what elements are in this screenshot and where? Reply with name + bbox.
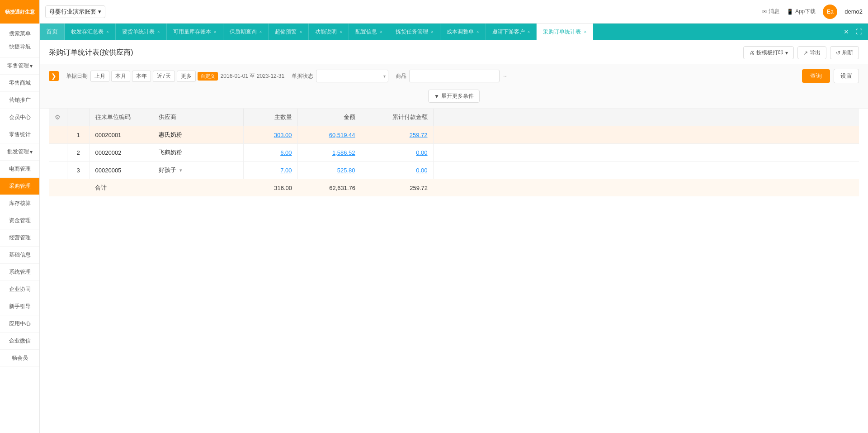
tab-invite-customer[interactable]: 邀请下游客户 × bbox=[486, 24, 537, 40]
tab-close-icon[interactable]: × bbox=[259, 29, 262, 34]
sidebar-item-app-center[interactable]: 应用中心 bbox=[0, 315, 39, 333]
search-menu-item[interactable]: 搜索菜单 bbox=[3, 27, 37, 40]
sidebar-item-member[interactable]: 会员中心 bbox=[0, 109, 39, 126]
account-dropdown[interactable]: 母婴行业演示账套 ▾ bbox=[45, 5, 105, 18]
tab-expiry-query[interactable]: 保质期查询 × bbox=[223, 24, 269, 40]
amount-link[interactable]: 525.80 bbox=[337, 167, 355, 174]
goods-more-icon[interactable]: ··· bbox=[503, 73, 508, 79]
date-this-month-btn[interactable]: 本月 bbox=[111, 71, 130, 82]
query-button[interactable]: 查询 bbox=[802, 69, 830, 83]
tab-close-icon[interactable]: × bbox=[584, 29, 586, 34]
amount-link[interactable]: 1,586.52 bbox=[332, 149, 355, 156]
tab-home[interactable]: 首页 bbox=[40, 24, 65, 40]
row-no-cell: 3 bbox=[67, 162, 90, 179]
sidebar-item-label: 零售统计 bbox=[9, 131, 31, 138]
tab-close-icon[interactable]: × bbox=[380, 29, 382, 34]
table-body: 1 00020001 惠氏奶粉 303.00 60,519.44 259.72 bbox=[49, 126, 859, 179]
sidebar-item-wholesale[interactable]: 批发管理 ▾ bbox=[0, 143, 39, 161]
row-check-cell bbox=[49, 126, 67, 144]
tab-close-icon[interactable]: × bbox=[106, 29, 109, 34]
tab-cost-adjust[interactable]: 成本调整单 × bbox=[440, 24, 486, 40]
qty-link[interactable]: 303.00 bbox=[274, 132, 292, 138]
message-btn[interactable]: ✉ 消息 bbox=[762, 8, 779, 15]
sidebar-item-basic-info[interactable]: 基础信息 bbox=[0, 247, 39, 264]
sidebar-item-ecommerce[interactable]: 电商管理 bbox=[0, 161, 39, 178]
tab-purchase-summary[interactable]: 采购订单统计表 × bbox=[537, 24, 593, 40]
quick-nav-item[interactable]: 快捷导航 bbox=[3, 40, 37, 53]
tabbar-right: ✕ ⛶ bbox=[841, 26, 868, 37]
paid-link[interactable]: 259.72 bbox=[410, 132, 428, 138]
status-select[interactable] bbox=[316, 70, 388, 82]
tab-close-icon[interactable]: × bbox=[299, 29, 302, 34]
paid-link[interactable]: 0.00 bbox=[416, 167, 427, 174]
date-last-month-btn[interactable]: 上月 bbox=[90, 71, 109, 82]
sidebar-item-enterprise-wx[interactable]: 企业微信 bbox=[0, 333, 39, 350]
sidebar-item-operations[interactable]: 经营管理 bbox=[0, 229, 39, 247]
row-code-cell: 00020005 bbox=[90, 162, 153, 179]
refresh-button[interactable]: ↺ 刷新 bbox=[830, 46, 859, 59]
tab-close-icon[interactable]: × bbox=[340, 29, 342, 34]
tab-receive-summary[interactable]: 收发存汇总表 × bbox=[65, 24, 116, 40]
tab-close-icon[interactable]: × bbox=[476, 29, 479, 34]
sidebar-item-label: 企业微信 bbox=[9, 338, 31, 344]
tab-label: 超储预警 bbox=[275, 28, 297, 36]
supplier-name: 好孩子 bbox=[159, 167, 176, 173]
tab-available-stock[interactable]: 可用量库存账本 × bbox=[167, 24, 223, 40]
sidebar-item-membership[interactable]: 畅会员 bbox=[0, 350, 39, 367]
tab-close-icon[interactable]: × bbox=[431, 29, 434, 34]
tab-close-icon[interactable]: × bbox=[528, 29, 530, 34]
tab-overstock-alert[interactable]: 超储预警 × bbox=[269, 24, 309, 40]
tab-function-desc[interactable]: 功能说明 × bbox=[309, 24, 349, 40]
topbar: 母婴行业演示账套 ▾ ✉ 消息 📱 App下载 Ea demo2 bbox=[40, 0, 868, 24]
sidebar-item-label: 新手引导 bbox=[9, 303, 31, 309]
expand-icon: ▼ bbox=[434, 93, 439, 100]
expand-supplier-icon[interactable]: ▾ bbox=[179, 167, 182, 173]
footer-qty-cell: 316.00 bbox=[243, 179, 297, 197]
row-no-cell: 2 bbox=[67, 144, 90, 162]
tab-close-icon[interactable]: × bbox=[157, 29, 160, 34]
message-label: 消息 bbox=[769, 8, 779, 15]
sidebar-item-label: 畅会员 bbox=[12, 355, 28, 361]
date-range-text: 2016-01-01 至 2023-12-31 bbox=[221, 72, 284, 80]
expand-more-btn[interactable]: ▼ 展开更多条件 bbox=[428, 90, 480, 103]
sidebar-item-retail-mall[interactable]: 零售商城 bbox=[0, 75, 39, 92]
user-avatar[interactable]: Ea bbox=[823, 5, 837, 19]
phone-icon: 📱 bbox=[787, 9, 793, 15]
qty-link[interactable]: 6.00 bbox=[280, 149, 292, 156]
username-label[interactable]: demo2 bbox=[844, 8, 863, 15]
tab-order-summary[interactable]: 要货单统计表 × bbox=[116, 24, 167, 40]
sidebar-item-retail-stat[interactable]: 零售统计 bbox=[0, 126, 39, 143]
qty-link[interactable]: 7.00 bbox=[280, 167, 292, 174]
main-content: 母婴行业演示账套 ▾ ✉ 消息 📱 App下载 Ea demo2 首页 收发存汇… bbox=[40, 0, 868, 433]
sidebar-item-marketing[interactable]: 营销推广 bbox=[0, 92, 39, 109]
export-button[interactable]: ↗ 导出 bbox=[797, 46, 826, 59]
sidebar-item-retail[interactable]: 零售管理 ▾ bbox=[0, 57, 39, 75]
message-icon: ✉ bbox=[762, 9, 767, 15]
filter-toggle-btn[interactable]: ❯ bbox=[49, 71, 59, 81]
amount-link[interactable]: 60,519.44 bbox=[329, 132, 355, 138]
sidebar-item-system[interactable]: 系统管理 bbox=[0, 264, 39, 281]
tab-config-info[interactable]: 配置信息 × bbox=[349, 24, 389, 40]
settings-gear-icon[interactable]: ⚙ bbox=[55, 114, 61, 121]
date-this-year-btn[interactable]: 本年 bbox=[132, 71, 151, 82]
sidebar-item-inventory[interactable]: 库存核算 bbox=[0, 195, 39, 212]
settings-button[interactable]: 设置 bbox=[834, 69, 859, 83]
tab-close-icon[interactable]: × bbox=[214, 29, 217, 34]
sidebar-item-new-guide[interactable]: 新手引导 bbox=[0, 298, 39, 315]
date-filter-label: 单据日期 bbox=[66, 72, 88, 80]
arrow-icon: ▾ bbox=[30, 149, 33, 155]
tab-pick-task[interactable]: 拣货任务管理 × bbox=[389, 24, 440, 40]
close-tab-btn[interactable]: ✕ bbox=[841, 26, 852, 37]
col-extra-header bbox=[433, 109, 859, 126]
date-7days-btn[interactable]: 近7天 bbox=[153, 71, 175, 82]
maximize-btn[interactable]: ⛶ bbox=[854, 26, 864, 37]
date-more-btn[interactable]: 更多 bbox=[177, 71, 196, 82]
print-button[interactable]: 🖨 按模板打印 ▾ bbox=[743, 46, 794, 59]
sidebar-item-purchase[interactable]: 采购管理 bbox=[0, 178, 39, 195]
sidebar-item-finance[interactable]: 资金管理 bbox=[0, 212, 39, 229]
table-row: 2 00020002 飞鹤奶粉 6.00 1,586.52 0.00 bbox=[49, 144, 859, 162]
app-download-btn[interactable]: 📱 App下载 bbox=[787, 8, 816, 15]
goods-input[interactable] bbox=[409, 70, 500, 82]
sidebar-item-enterprise[interactable]: 企业协同 bbox=[0, 281, 39, 298]
paid-link[interactable]: 0.00 bbox=[416, 149, 427, 156]
